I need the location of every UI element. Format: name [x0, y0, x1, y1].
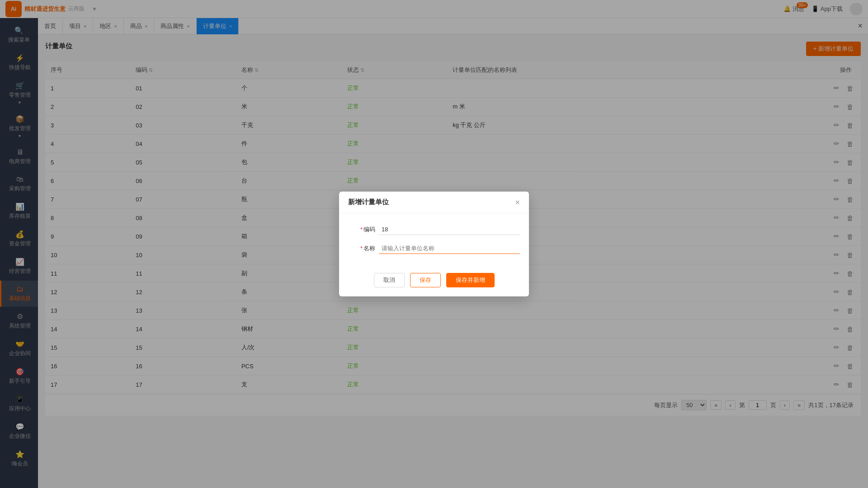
required-star-name: *: [360, 245, 363, 252]
name-input[interactable]: [379, 243, 520, 254]
modal-title: 新增计量单位: [348, 198, 389, 206]
required-star-code: *: [360, 226, 363, 233]
add-unit-modal: 新增计量单位 × *编码 *名称 取消 保存 保存并新增: [339, 192, 529, 296]
form-row-code: *编码: [348, 224, 520, 235]
modal-footer: 取消 保存 保存并新增: [339, 269, 529, 296]
modal-body: *编码 *名称: [339, 213, 529, 269]
form-row-name: *名称: [348, 243, 520, 254]
modal-header: 新增计量单位 ×: [339, 192, 529, 213]
code-input[interactable]: [379, 224, 520, 235]
name-label: *名称: [348, 244, 375, 253]
cancel-button[interactable]: 取消: [374, 273, 405, 287]
code-label: *编码: [348, 225, 375, 234]
save-and-new-button[interactable]: 保存并新增: [446, 273, 495, 287]
modal-close-button[interactable]: ×: [515, 198, 520, 206]
modal-overlay: 新增计量单位 × *编码 *名称 取消 保存 保存并新增: [0, 0, 868, 488]
save-button[interactable]: 保存: [410, 273, 441, 287]
